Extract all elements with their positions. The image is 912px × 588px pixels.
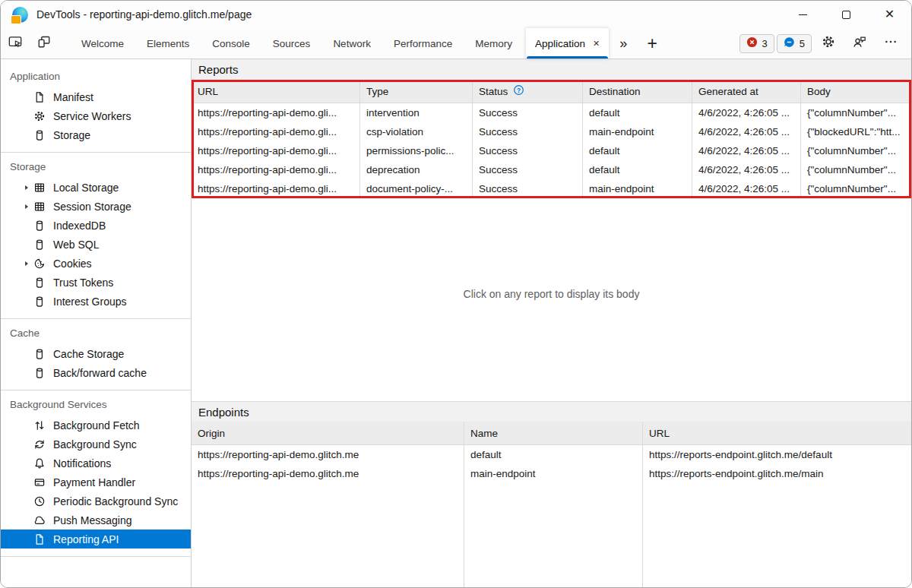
table-cell[interactable]: https://reporting-api-demo.gli... — [192, 103, 359, 122]
sidebar-item-back-forward-cache[interactable]: Back/forward cache — [1, 363, 191, 382]
column-header[interactable]: Destination — [583, 80, 692, 103]
table-cell[interactable]: permissions-polic... — [360, 141, 472, 160]
expand-arrow-icon[interactable] — [21, 184, 33, 191]
tab-performance[interactable]: Performance — [385, 28, 461, 58]
device-toolbar-button[interactable] — [30, 28, 59, 58]
error-badge[interactable]: 3 — [739, 34, 774, 53]
sidebar-item-cookies[interactable]: Cookies — [1, 254, 191, 273]
table-cell[interactable]: Success — [473, 160, 582, 179]
sidebar-item-web-sql[interactable]: Web SQL — [1, 235, 191, 254]
table-cell[interactable]: Success — [473, 179, 582, 198]
sidebar-sections: ApplicationManifestService WorkersStorag… — [1, 62, 191, 557]
more-options-button[interactable] — [876, 35, 905, 52]
tab-welcome[interactable]: Welcome — [72, 28, 133, 58]
column-header[interactable]: Origin — [192, 422, 464, 445]
table-cell[interactable]: Success — [473, 103, 582, 122]
table-cell[interactable]: https://reporting-api-demo.gli... — [192, 179, 359, 198]
table-cell[interactable]: https://reporting-api-demo.gli... — [192, 141, 359, 160]
column-header[interactable]: Status? — [473, 80, 582, 103]
issues-badge[interactable]: 5 — [777, 34, 812, 53]
column-header[interactable]: URL — [192, 80, 359, 103]
column-header[interactable]: Type — [360, 80, 472, 103]
maximize-icon — [842, 11, 850, 19]
sidebar-item-periodic-background-sync[interactable]: Periodic Background Sync — [1, 492, 191, 511]
expand-arrow-icon[interactable] — [21, 203, 33, 210]
table-cell[interactable]: 4/6/2022, 4:26:05 ... — [692, 141, 800, 160]
sidebar-item-service-workers[interactable]: Service Workers — [1, 106, 191, 125]
table-cell[interactable]: https://reporting-api-demo.gli... — [192, 122, 359, 141]
close-button[interactable]: ✕ — [868, 1, 911, 28]
sidebar-item-payment-handler[interactable]: Payment Handler — [1, 473, 191, 492]
table-cell[interactable]: {"columnNumber"... — [801, 160, 911, 179]
report-body-placeholder: Click on any report to display its body — [192, 198, 911, 401]
column-header[interactable]: Name — [464, 422, 642, 445]
reports-table-wrap: URLhttps://reporting-api-demo.gli...http… — [192, 80, 911, 198]
sidebar-item-background-sync[interactable]: Background Sync — [1, 435, 191, 454]
table-cell[interactable]: csp-violation — [360, 122, 472, 141]
feedback-button[interactable] — [845, 35, 874, 52]
help-icon[interactable]: ? — [513, 84, 524, 98]
table-cell[interactable]: default — [583, 141, 692, 160]
sidebar-item-reporting-api[interactable]: Reporting API — [1, 530, 191, 548]
endpoints-table: Originhttps://reporting-api-demo.glitch.… — [192, 422, 911, 587]
table-cell[interactable]: {"columnNumber"... — [801, 141, 911, 160]
sidebar-item-label: Cache Storage — [53, 348, 124, 360]
sidebar-item-storage[interactable]: Storage — [1, 125, 191, 144]
sidebar-item-trust-tokens[interactable]: Trust Tokens — [1, 273, 191, 292]
sidebar-item-local-storage[interactable]: Local Storage — [1, 178, 191, 197]
column-header-label: Status — [479, 86, 508, 97]
bell-icon — [33, 457, 46, 470]
settings-button[interactable] — [814, 35, 843, 52]
svg-text:?: ? — [517, 87, 521, 94]
column-header[interactable]: Generated at — [692, 80, 800, 103]
table-cell[interactable]: intervention — [360, 103, 472, 122]
table-cell[interactable]: 4/6/2022, 4:26:05 ... — [692, 160, 800, 179]
sidebar-item-indexeddb[interactable]: IndexedDB — [1, 216, 191, 235]
table-cell[interactable]: default — [583, 160, 692, 179]
table-cell[interactable]: default — [583, 103, 692, 122]
database-icon — [33, 366, 46, 380]
sidebar-item-label: Manifest — [53, 91, 93, 103]
sidebar-item-notifications[interactable]: Notifications — [1, 454, 191, 473]
table-cell: https://reports-endpoint.glitch.me/defau… — [643, 445, 911, 464]
sidebar-item-session-storage[interactable]: Session Storage — [1, 197, 191, 216]
column-header[interactable]: Body — [801, 80, 911, 103]
tab-sources[interactable]: Sources — [264, 28, 320, 58]
table-cell[interactable]: main-endpoint — [583, 179, 692, 198]
minimize-button[interactable] — [781, 1, 825, 28]
table-cell: https://reporting-api-demo.glitch.me — [192, 464, 464, 483]
sidebar-item-interest-groups[interactable]: Interest Groups — [1, 292, 191, 311]
tab-application[interactable]: Application✕ — [526, 28, 609, 58]
table-cell[interactable]: document-policy-... — [360, 179, 472, 198]
sidebar-item-manifest[interactable]: Manifest — [1, 87, 191, 106]
sync-icon — [33, 438, 46, 451]
tab-close-icon[interactable]: ✕ — [593, 39, 600, 49]
column-header[interactable]: URL — [643, 422, 911, 445]
sidebar-item-push-messaging[interactable]: Push Messaging — [1, 511, 191, 530]
table-cell[interactable]: Success — [473, 122, 582, 141]
sidebar-item-background-fetch[interactable]: Background Fetch — [1, 416, 191, 435]
expand-arrow-icon[interactable] — [21, 260, 33, 267]
table-cell[interactable]: Success — [473, 141, 582, 160]
table-cell[interactable]: {"columnNumber"... — [801, 179, 911, 198]
titlebar[interactable]: DevTools - reporting-api-demo.glitch.me/… — [1, 1, 911, 28]
tab-elements[interactable]: Elements — [138, 28, 198, 58]
tab-memory[interactable]: Memory — [466, 28, 521, 58]
table-cell[interactable]: main-endpoint — [583, 122, 692, 141]
table-cell[interactable]: 4/6/2022, 4:26:05 ... — [692, 122, 800, 141]
fetch-arrows-icon — [33, 419, 46, 432]
tab-console[interactable]: Console — [203, 28, 259, 58]
table-cell[interactable]: deprecation — [360, 160, 472, 179]
table-cell[interactable]: {"columnNumber"... — [801, 103, 911, 122]
more-tabs-button[interactable]: » — [609, 28, 638, 58]
more-tools-button[interactable]: + — [638, 28, 667, 58]
tab-network[interactable]: Network — [324, 28, 380, 58]
table-cell[interactable]: https://reporting-api-demo.gli... — [192, 160, 359, 179]
inspect-element-button[interactable] — [1, 28, 30, 58]
table-cell[interactable]: {"blockedURL":"htt... — [801, 122, 911, 141]
table-cell[interactable]: 4/6/2022, 4:26:05 ... — [692, 179, 800, 198]
table-cell[interactable]: 4/6/2022, 4:26:05 ... — [692, 103, 800, 122]
sidebar-item-cache-storage[interactable]: Cache Storage — [1, 344, 191, 363]
maximize-button[interactable] — [825, 1, 868, 28]
table-column-status: Status?SuccessSuccessSuccessSuccessSucce… — [473, 80, 583, 198]
